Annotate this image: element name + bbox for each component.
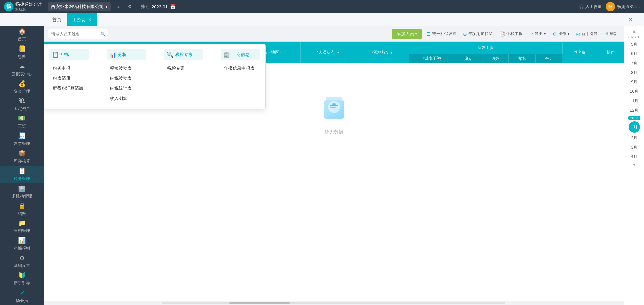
sidebar-assets-label: 固定资产 [14, 106, 30, 112]
status-filter-icon[interactable]: ▼ [336, 51, 340, 54]
section-declare: 📋 申报 税务申报 税表清册 所得税汇算清缴 [49, 49, 89, 104]
tab-payroll-label: 工资表 [72, 17, 85, 23]
add-person-label: 添加人员 [396, 31, 414, 37]
horizontal-scrollbar[interactable] [44, 301, 624, 305]
cal-month-9[interactable]: 9月 [627, 78, 642, 86]
cal-month-11[interactable]: 11月 [627, 97, 642, 105]
sidebar-basic-label: 基础设置 [14, 263, 30, 269]
th-deductions: 扣款 [509, 54, 536, 63]
dp-income-tax-calc[interactable]: 所得税汇算清缴 [49, 83, 89, 93]
tax-icon: 📋 [18, 167, 26, 175]
cal-month-6[interactable]: 6月 [627, 49, 642, 58]
sidebar-item-funds[interactable]: 💰 资金管理 [0, 78, 44, 96]
closing-icon: 🔒 [18, 202, 26, 209]
add-person-button[interactable]: 添加人员 ▾ [392, 29, 422, 39]
invoice-icon: 🧾 [18, 132, 26, 140]
operations-btn[interactable]: ⚙ 操作 ▾ [551, 29, 571, 39]
sidebar-item-invoice[interactable]: 🧾 发票管理 [0, 131, 44, 148]
topbar-actions: + ⚙ [114, 2, 134, 11]
empty-text: 暂无数据 [325, 129, 343, 135]
export-btn[interactable]: ↗ 导出 ▾ [527, 29, 548, 39]
settings-icon-btn[interactable]: ⚙ [125, 2, 134, 11]
sidebar-item-cloud-report[interactable]: ☁ 云报表中心 [0, 61, 44, 79]
sidebar-item-payroll[interactable]: 💵 工资 [0, 113, 44, 131]
archive-icon: 📁 [18, 219, 26, 227]
company-selector[interactable]: 西安虾米网络科技有限公司 ▾ [48, 2, 111, 11]
dp-tax-check[interactable]: 税检专家 [164, 63, 203, 73]
section-analysis: 📊 分析 税负波动表 纳税波动表 纳税统计表 收入测算 [107, 49, 146, 104]
report-filter-icon[interactable]: ▼ [390, 51, 393, 54]
operations-dropdown-icon: ▾ [568, 32, 569, 36]
tax-report-btn[interactable]: 📑 个税申报 [497, 29, 525, 39]
service-button[interactable]: 🎧 人工咨询 [579, 4, 602, 10]
new-guide-btn[interactable]: ◎ 新手引导 [574, 29, 600, 39]
plus-icon: + [117, 4, 120, 10]
dp-tax-burden[interactable]: 税负波动表 [107, 63, 146, 73]
special-deduct-btn[interactable]: ⊕ 专项附加扣除 [461, 29, 495, 39]
cal-month-4[interactable]: 4月 [627, 152, 642, 161]
sidebar-item-archive[interactable]: 📁 归档管理 [0, 218, 44, 235]
export-icon: ↗ [529, 31, 533, 37]
tab-home[interactable]: 首页 [47, 13, 67, 26]
sidebar-item-multi-org[interactable]: 🏢 多机构管理 [0, 183, 44, 200]
tab-bar: 首页 工资表 ✕ ✕ ⛶ [0, 13, 644, 26]
cal-month-2[interactable]: 2月 [627, 134, 642, 142]
cal-month-8[interactable]: 8月 [627, 68, 642, 77]
analysis-icon: 📊 [109, 51, 116, 58]
payroll-icon: 💵 [18, 115, 26, 122]
sidebar-closing-label: 结账 [18, 211, 26, 217]
calendar-icon[interactable]: 📅 [170, 4, 176, 9]
sidebar-item-xiaochang[interactable]: 📊 小畅报销 [0, 235, 44, 253]
scrollbar-thumb[interactable] [229, 302, 290, 304]
export-dropdown-icon: ▾ [544, 32, 546, 36]
sidebar-item-member[interactable]: ✓ 畅会员 [0, 288, 44, 305]
sidebar-item-closing[interactable]: 🔒 结账 [0, 200, 44, 218]
sidebar-item-basic[interactable]: ⚙ 基础设置 [0, 253, 44, 270]
headset-icon: 🎧 [579, 4, 584, 9]
cloud-icon: ☁ [19, 63, 25, 70]
cal-month-12[interactable]: 12月 [627, 106, 642, 115]
user-info[interactable]: 畅 畅捷通B组… [606, 2, 640, 11]
th-performance: 绩效 [482, 54, 509, 63]
cal-down-btn[interactable]: ▼ [629, 161, 639, 168]
tab-maximize-icon[interactable]: ⛶ [635, 17, 641, 23]
sidebar-item-ledger[interactable]: 📒 总账 [0, 44, 44, 61]
period-label: 账期 [141, 4, 150, 10]
cal-month-5[interactable]: 5月 [627, 40, 642, 49]
member-icon: ✓ [20, 289, 25, 297]
user-name: 畅捷通B组… [617, 4, 640, 10]
sidebar-item-guide[interactable]: 🔰 新手引导 [0, 270, 44, 288]
biz-info-icon: 🏢 [223, 51, 230, 58]
cal-month-7[interactable]: 7月 [627, 59, 642, 68]
dp-tax-stats[interactable]: 纳税统计表 [107, 83, 146, 93]
tab-close-icon[interactable]: ✕ [88, 17, 91, 22]
cal-month-1[interactable]: 1月 [629, 121, 640, 133]
sidebar-item-tax[interactable]: 📋 税务管理 [0, 166, 44, 183]
tab-close-window-icon[interactable]: ✕ [628, 16, 633, 23]
dp-tax-payment[interactable]: 纳税波动表 [107, 73, 146, 83]
search-input[interactable] [48, 29, 108, 39]
top-right: 🎧 人工咨询 畅 畅捷通B组… [579, 2, 640, 11]
operations-icon: ⚙ [553, 31, 557, 37]
dp-annual-report[interactable]: 年报信息申报表 [221, 63, 260, 73]
cal-month-3[interactable]: 3月 [627, 143, 642, 152]
multi-org-icon: 🏢 [18, 185, 26, 192]
th-status: *人员状态 ▼ [300, 42, 356, 63]
cal-up-btn[interactable]: ▲ [629, 28, 639, 34]
cal-month-10[interactable]: 10月 [627, 87, 642, 96]
sidebar: 🏠 首页 📒 总账 ☁ 云报表中心 💰 资金管理 🏗 固定资产 💵 工资 🧾 发… [0, 26, 44, 305]
sidebar-item-assets[interactable]: 🏗 固定资产 [0, 96, 44, 113]
dp-income-calc[interactable]: 收入测算 [107, 93, 146, 104]
dp-tax-declare[interactable]: 税务申报 [49, 63, 89, 73]
dp-tax-table[interactable]: 税表清册 [49, 73, 89, 83]
refresh-btn[interactable]: ↺ 刷新 [602, 29, 620, 39]
basic-icon: ⚙ [19, 254, 25, 262]
app-name: 畅捷通好会计 [15, 2, 42, 7]
social-insurance-btn[interactable]: ☰ 统一社保设置 [424, 29, 458, 39]
add-dropdown-arrow: ▾ [415, 32, 417, 36]
tab-payroll[interactable]: 工资表 ✕ [67, 13, 97, 26]
sidebar-multi-org-label: 多机构管理 [12, 193, 32, 199]
add-icon-btn[interactable]: + [114, 2, 123, 11]
sidebar-item-inventory[interactable]: 📦 库存核算 [0, 148, 44, 166]
sidebar-item-home[interactable]: 🏠 首页 [0, 26, 44, 44]
